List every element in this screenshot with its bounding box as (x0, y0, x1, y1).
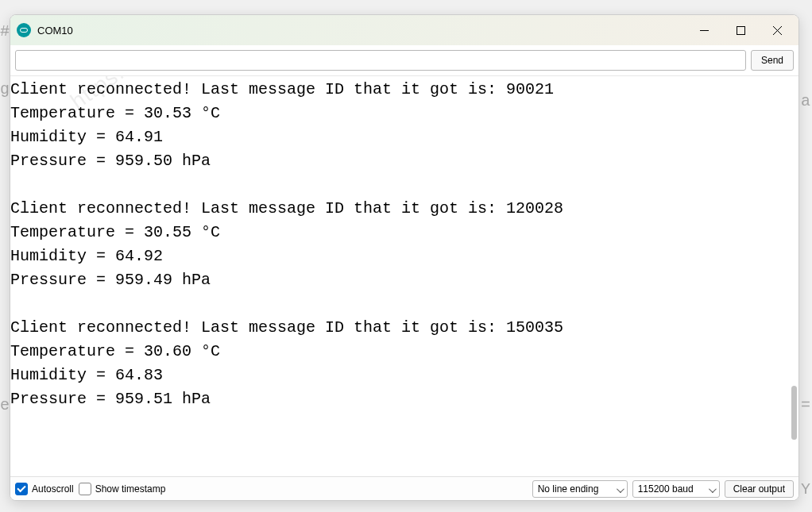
input-row: Send (10, 45, 798, 76)
bottom-bar: Autoscroll Show timestamp No line ending… (10, 476, 798, 500)
baud-select[interactable]: 115200 baud (632, 480, 720, 498)
checkbox-unchecked-icon (79, 483, 91, 495)
checkbox-checked-icon (15, 483, 28, 495)
bg-char: Y (801, 480, 810, 499)
line-ending-select[interactable]: No line ending (532, 480, 628, 498)
baud-value: 115200 baud (638, 483, 694, 495)
serial-input[interactable] (15, 50, 746, 71)
send-button[interactable]: Send (751, 50, 794, 71)
serial-output[interactable]: Client reconnected! Last message ID that… (10, 76, 798, 476)
maximize-icon (737, 26, 745, 35)
autoscroll-checkbox[interactable]: Autoscroll (15, 483, 74, 495)
bg-char: g (0, 80, 10, 98)
bg-char: = (801, 396, 810, 414)
close-button[interactable] (759, 15, 795, 45)
minimize-button[interactable] (686, 15, 722, 45)
titlebar: COM10 (10, 15, 798, 45)
scrollbar-thumb[interactable] (791, 386, 797, 440)
serial-monitor-window: COM10 Send https://microdigisoft.com - 1… (10, 14, 799, 501)
svg-rect-1 (737, 26, 744, 34)
close-icon (773, 26, 782, 35)
timestamp-checkbox[interactable]: Show timestamp (79, 483, 166, 495)
timestamp-label: Show timestamp (95, 483, 166, 495)
line-ending-value: No line ending (538, 483, 599, 495)
bg-char: e (0, 396, 10, 414)
window-title: COM10 (37, 25, 686, 37)
clear-output-button[interactable]: Clear output (725, 480, 794, 498)
bg-char: # (0, 22, 10, 40)
minimize-icon (700, 26, 709, 35)
output-area: https://microdigisoft.com - 19:19 Client… (10, 76, 798, 476)
scrollbar[interactable] (787, 76, 798, 476)
maximize-button[interactable] (722, 15, 759, 45)
bg-char: a (801, 92, 810, 110)
arduino-icon (17, 23, 31, 37)
autoscroll-label: Autoscroll (32, 483, 74, 495)
window-controls (686, 15, 795, 45)
